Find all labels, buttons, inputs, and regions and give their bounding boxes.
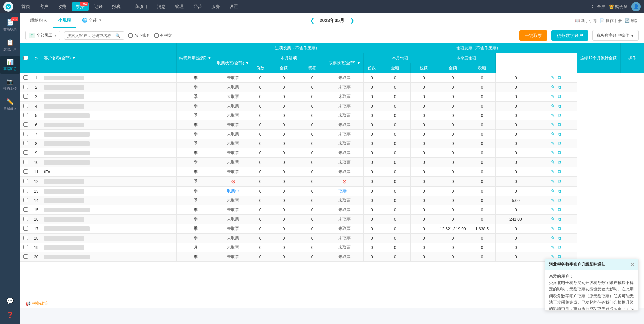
sidebar-item-help[interactable]: ❓: [0, 309, 20, 321]
row-checkbox[interactable]: [23, 169, 28, 174]
sidebar-item-scan[interactable]: 📷 扫描上传: [0, 75, 20, 94]
nav-operation[interactable]: 经营: [189, 2, 206, 11]
nav-client[interactable]: 客户: [36, 2, 52, 11]
sidebar-item-entry[interactable]: ✏️ 票据录入: [0, 95, 20, 114]
copy-btn[interactable]: ⧉: [558, 179, 561, 184]
refresh-btn[interactable]: 🔄 刷新: [625, 18, 639, 24]
edit-btn[interactable]: ✎: [551, 84, 555, 90]
sidebar-item-invoice-summary[interactable]: 📊 票据汇总: [0, 56, 20, 74]
staff-select[interactable]: 全 全部员工 ▼: [25, 31, 60, 40]
copy-btn[interactable]: ⧉: [558, 103, 561, 109]
digital-account-btn[interactable]: 税务数字账户: [551, 30, 588, 41]
copy-btn[interactable]: ⧉: [558, 94, 561, 99]
row-checkbox[interactable]: [23, 217, 28, 221]
row-checkbox[interactable]: [23, 179, 28, 183]
row-checkbox[interactable]: [23, 94, 28, 99]
copy-btn[interactable]: ⧉: [558, 235, 561, 241]
edit-btn[interactable]: ✎: [551, 188, 555, 194]
nav-ticket[interactable]: 票据 new: [72, 2, 89, 11]
edit-btn[interactable]: ✎: [551, 159, 555, 165]
manual-btn[interactable]: 📄 操作手册: [600, 18, 622, 24]
tab-all[interactable]: 🌐 全能 ▼: [76, 13, 107, 28]
copy-btn[interactable]: ⧉: [558, 122, 561, 127]
edit-btn[interactable]: ✎: [551, 235, 555, 241]
copy-btn[interactable]: ⧉: [558, 245, 561, 250]
nav-manage[interactable]: 管理: [171, 2, 188, 11]
copy-btn[interactable]: ⧉: [558, 141, 561, 146]
select-all-checkbox[interactable]: [23, 56, 28, 60]
edit-btn[interactable]: ✎: [551, 169, 555, 174]
copy-btn[interactable]: ⧉: [558, 188, 561, 194]
one-click-btn[interactable]: 一键取票: [519, 30, 547, 41]
row-checkbox[interactable]: [23, 245, 28, 249]
edit-btn[interactable]: ✎: [551, 113, 555, 118]
row-checkbox[interactable]: [23, 122, 28, 127]
search-icon[interactable]: 🔍: [115, 33, 120, 38]
sidebar-item-invoice-open[interactable]: 📋 发票开具: [0, 36, 20, 54]
nav-service[interactable]: 服务: [207, 2, 224, 11]
row-checkbox[interactable]: [23, 254, 28, 259]
edit-btn[interactable]: ✎: [551, 94, 555, 99]
copy-btn[interactable]: ⧉: [558, 150, 561, 155]
row-checkbox[interactable]: [23, 236, 28, 240]
row-checkbox[interactable]: [23, 198, 28, 202]
row-checkbox[interactable]: [23, 207, 28, 212]
copy-btn[interactable]: ⧉: [558, 113, 561, 118]
copy-btn[interactable]: ⧉: [558, 226, 561, 231]
member-btn[interactable]: 👑 购会员: [609, 4, 627, 10]
copy-btn[interactable]: ⧉: [558, 207, 561, 212]
app-logo[interactable]: [3, 2, 13, 12]
row-checkbox[interactable]: [23, 113, 28, 117]
prev-month-btn[interactable]: ❮: [308, 17, 316, 24]
taxdisk-checkbox[interactable]: [154, 33, 159, 38]
notif-close-btn[interactable]: ✕: [630, 262, 634, 267]
settings-icon[interactable]: ⚙: [34, 56, 38, 61]
edit-btn[interactable]: ✎: [551, 141, 555, 146]
edit-btn[interactable]: ✎: [551, 198, 555, 203]
nav-message[interactable]: 消息: [153, 2, 170, 11]
copy-btn[interactable]: ⧉: [558, 131, 561, 137]
edit-btn[interactable]: ✎: [551, 207, 555, 212]
row-checkbox[interactable]: [23, 160, 28, 164]
edit-btn[interactable]: ✎: [551, 75, 555, 80]
edit-btn[interactable]: ✎: [551, 150, 555, 155]
row-checkbox[interactable]: [23, 75, 28, 80]
next-month-btn[interactable]: ❯: [348, 17, 356, 24]
edit-btn[interactable]: ✎: [551, 122, 555, 127]
edit-btn[interactable]: ✎: [551, 216, 555, 222]
edit-btn[interactable]: ✎: [551, 103, 555, 109]
nav-fee[interactable]: 收费: [54, 2, 70, 11]
search-input[interactable]: [67, 33, 114, 38]
edit-btn[interactable]: ✎: [551, 245, 555, 250]
row-checkbox[interactable]: [23, 132, 28, 136]
copy-btn[interactable]: ⧉: [558, 169, 561, 174]
account-checkbox[interactable]: [128, 33, 133, 38]
copy-btn[interactable]: ⧉: [558, 216, 561, 222]
fullscreen-btn[interactable]: ⛶ 全屏: [592, 4, 605, 10]
row-checkbox[interactable]: [23, 150, 28, 155]
copy-btn[interactable]: ⧉: [558, 75, 561, 80]
nav-accounting[interactable]: 记账: [90, 2, 107, 11]
new-guide-btn[interactable]: 📖 新手引导: [575, 18, 597, 24]
nav-settings[interactable]: 设置: [225, 2, 242, 11]
tax-policy-link[interactable]: 📢 税务政策: [25, 301, 48, 306]
edit-btn[interactable]: ✎: [551, 226, 555, 231]
row-checkbox[interactable]: [23, 226, 28, 231]
row-checkbox[interactable]: [23, 85, 28, 89]
sidebar-item-chat[interactable]: 💬: [0, 295, 20, 307]
row-checkbox[interactable]: [23, 104, 28, 108]
row-checkbox[interactable]: [23, 141, 28, 145]
checkbox-account[interactable]: 名下账套: [128, 33, 150, 38]
user-avatar[interactable]: 👤: [631, 2, 641, 11]
nav-tax[interactable]: 报税: [108, 2, 125, 11]
nav-home[interactable]: 首页: [17, 2, 34, 11]
nav-business[interactable]: 工商项目: [126, 2, 152, 11]
tab-small-scale[interactable]: 小规模: [53, 13, 76, 28]
copy-btn[interactable]: ⧉: [558, 84, 561, 90]
copy-btn[interactable]: ⧉: [558, 198, 561, 203]
edit-btn[interactable]: ✎: [551, 131, 555, 137]
checkbox-taxdisk[interactable]: 有税盘: [154, 33, 172, 38]
tab-general-taxpayer[interactable]: 一般纳税人: [20, 13, 53, 28]
copy-btn[interactable]: ⧉: [558, 159, 561, 165]
digital-ops-btn[interactable]: 税务数字账户操作 ▼: [592, 30, 639, 41]
